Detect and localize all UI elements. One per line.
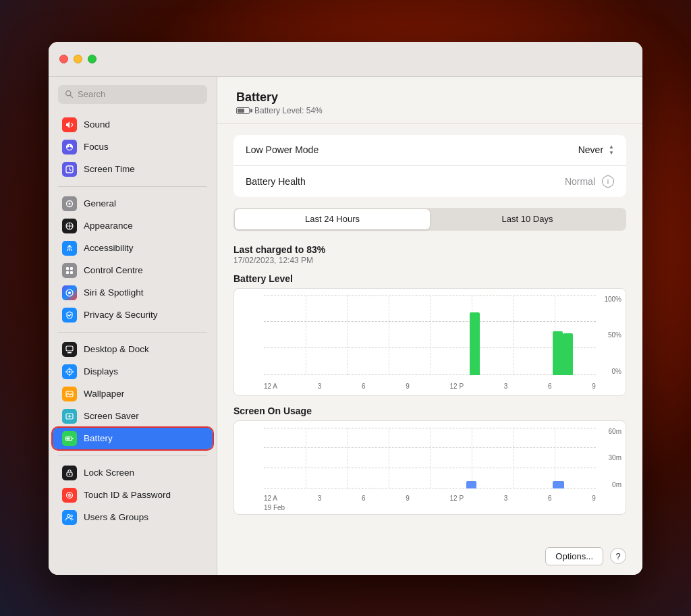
minimize-button[interactable] — [74, 55, 82, 63]
lockscreen-icon — [62, 466, 77, 480]
wallpaper-label: Wallpaper — [84, 389, 124, 399]
sidebar-item-controlcentre[interactable]: Control Centre — [53, 260, 213, 281]
privacy-icon — [62, 308, 77, 323]
sidebar-item-wallpaper[interactable]: Wallpaper — [53, 383, 213, 405]
x-labels-screen: 12 A 3 6 9 12 P 3 6 9 — [264, 495, 596, 502]
appearance-icon — [62, 219, 77, 233]
low-power-value-container: Never ▲ ▼ — [578, 144, 614, 156]
svg-rect-9 — [66, 271, 69, 274]
appearance-label: Appearance — [84, 221, 133, 231]
screentime-label: Screen Time — [84, 164, 135, 174]
accessibility-icon — [62, 241, 77, 256]
battery-bar-1 — [470, 312, 480, 374]
close-button[interactable] — [59, 55, 68, 63]
svg-point-4 — [69, 202, 71, 204]
battery-chart: 100% 50% 0% 12 A 3 6 9 12 P 3 6 9 — [233, 288, 626, 396]
y-label-50: 50% — [608, 331, 621, 339]
x-label-12a: 12 A — [264, 383, 277, 390]
low-power-row: Low Power Mode Never ▲ ▼ — [233, 135, 626, 166]
x-label-3a: 3 — [318, 383, 322, 390]
sx-label-6p: 6 — [548, 495, 552, 502]
battery-chart-section: Battery Level — [217, 268, 642, 396]
svg-rect-7 — [66, 267, 69, 270]
search-icon — [65, 90, 74, 99]
battery-chart-title: Battery Level — [233, 273, 626, 284]
focus-icon — [62, 140, 77, 155]
x-label-3p: 3 — [504, 383, 508, 390]
desktopdock-icon — [62, 342, 77, 357]
sidebar-item-focus[interactable]: Focus — [53, 136, 213, 158]
stepper-up[interactable]: ▲ — [609, 144, 614, 150]
low-power-stepper[interactable]: ▲ ▼ — [609, 144, 614, 156]
sx-label-9p: 9 — [592, 495, 596, 502]
sidebar-item-desktopdock[interactable]: Desktop & Dock — [53, 339, 213, 360]
battery-label: Battery — [84, 433, 113, 443]
general-icon — [62, 196, 77, 211]
sidebar-item-displays[interactable]: Displays — [53, 361, 213, 383]
sidebar-item-sound[interactable]: Sound — [53, 114, 213, 136]
svg-point-15 — [69, 370, 71, 372]
screen-on-chart-section: Screen On Usage — [217, 396, 642, 515]
sidebar-section-top: Sound Focus — [49, 112, 217, 182]
touchid-label: Touch ID & Password — [84, 490, 171, 500]
options-button[interactable]: Options... — [545, 547, 603, 565]
screensaver-icon — [62, 409, 77, 424]
svg-point-25 — [67, 514, 70, 517]
sidebar-section-3: Desktop & Dock Displays — [49, 337, 217, 451]
sidebar-item-siri[interactable]: Siri & Spotlight — [53, 282, 213, 304]
search-box[interactable]: Search — [58, 85, 207, 104]
sidebar-item-appearance[interactable]: Appearance — [53, 215, 213, 237]
bottom-bar: Options... ? — [217, 538, 642, 575]
sidebar-item-privacy[interactable]: Privacy & Security — [53, 304, 213, 326]
y-labels-battery: 100% 50% 0% — [604, 296, 621, 375]
displays-icon — [62, 364, 77, 379]
desktopdock-label: Desktop & Dock — [84, 344, 149, 354]
sidebar-section-2: General Appearance — [49, 191, 217, 328]
users-label: Users & Groups — [84, 512, 148, 522]
y-label-100: 100% — [604, 296, 621, 303]
sx-label-3a: 3 — [318, 495, 322, 502]
battery-icon-small — [236, 107, 250, 114]
tab-10d[interactable]: Last 10 Days — [430, 209, 625, 229]
sidebar-item-general[interactable]: General — [53, 193, 213, 215]
svg-line-1 — [70, 95, 72, 97]
charge-info: Last charged to 83% 17/02/2023, 12:43 PM — [217, 239, 642, 268]
x-label-6p: 6 — [548, 383, 552, 390]
sidebar-item-screensaver[interactable]: Screen Saver — [53, 405, 213, 427]
maximize-button[interactable] — [88, 55, 96, 63]
sx-label-3p: 3 — [504, 495, 508, 502]
sx-label-12a: 12 A — [264, 495, 277, 502]
main-content: Battery Battery Level: 54% Low Power Mod… — [217, 77, 642, 575]
settings-group: Low Power Mode Never ▲ ▼ Battery Health … — [233, 135, 626, 197]
title-bar — [49, 42, 642, 77]
main-subtitle: Battery Level: 54% — [236, 106, 624, 115]
screen-chart-grid — [264, 428, 596, 488]
y-label-0: 0% — [612, 368, 621, 375]
battery-bar-2 — [553, 331, 563, 375]
svg-rect-20 — [67, 437, 70, 439]
search-placeholder: Search — [78, 89, 105, 99]
search-container: Search — [49, 77, 217, 112]
sidebar-item-screentime[interactable]: Screen Time — [53, 159, 213, 180]
sidebar: Search Sound — [49, 77, 217, 575]
accessibility-label: Accessibility — [84, 243, 134, 253]
displays-label: Displays — [84, 366, 118, 376]
sidebar-item-accessibility[interactable]: Accessibility — [53, 237, 213, 259]
sidebar-item-users[interactable]: Users & Groups — [53, 507, 213, 528]
help-button[interactable]: ? — [610, 548, 626, 564]
info-button[interactable]: i — [602, 175, 614, 188]
divider-1 — [58, 186, 207, 187]
sidebar-item-lockscreen[interactable]: Lock Screen — [53, 462, 213, 484]
sidebar-item-touchid[interactable]: Touch ID & Password — [53, 484, 213, 506]
sx-label-9a: 9 — [406, 495, 410, 502]
sound-icon — [62, 117, 77, 132]
battery-active-icon — [62, 431, 77, 446]
sidebar-item-battery[interactable]: Battery — [53, 428, 213, 449]
screen-bar-2 — [553, 481, 564, 488]
sound-label: Sound — [84, 119, 110, 130]
users-icon — [62, 510, 77, 525]
stepper-down[interactable]: ▼ — [609, 150, 614, 156]
controlcentre-icon — [62, 263, 77, 278]
tab-24h[interactable]: Last 24 Hours — [235, 209, 430, 229]
svg-rect-8 — [70, 267, 73, 270]
